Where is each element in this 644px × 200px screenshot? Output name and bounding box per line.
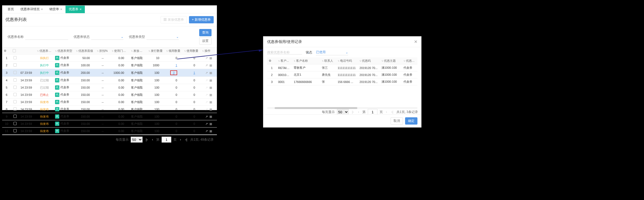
per-page-select[interactable]: 50 — [337, 109, 349, 115]
share-icon[interactable]: ↗ — [205, 64, 208, 67]
tab-sales-order[interactable]: 销货单✕ — [46, 6, 66, 13]
column-header[interactable]: ⇅优惠主题 — [380, 57, 402, 64]
share-icon[interactable]: ↗ — [205, 129, 208, 133]
confirm-button[interactable]: 确定 — [405, 117, 417, 125]
claim-count-cell[interactable]: 0 — [165, 120, 183, 128]
table-row[interactable]: 11 14 23:59 待发布 代代金券 150.00 -- 0.00 客户领取… — [2, 128, 217, 135]
row-checkbox[interactable] — [13, 93, 17, 96]
status-filter-select[interactable]: 已使用⌄ — [316, 49, 348, 55]
prev-page-button[interactable]: ‹ — [151, 138, 154, 141]
column-header[interactable]: ⇅操作 — [201, 48, 217, 54]
per-page-select[interactable]: 50 — [131, 137, 143, 143]
select-all-checkbox[interactable] — [13, 49, 16, 52]
row-checkbox[interactable] — [13, 56, 17, 59]
column-header[interactable]: ⇅使用门槛... — [110, 48, 129, 54]
claim-count-cell[interactable]: 3 — [165, 69, 183, 77]
share-icon[interactable]: ↗ — [205, 122, 208, 125]
column-header[interactable] — [19, 48, 35, 54]
prev-page-button[interactable]: ‹ — [357, 110, 360, 114]
qrcode-icon[interactable]: ▦ — [209, 86, 212, 89]
column-header[interactable]: ⇅联系人 — [320, 57, 336, 64]
column-header[interactable]: ⇅优惠券状态 — [35, 48, 53, 54]
use-count-cell[interactable]: 0 — [183, 120, 201, 128]
tab-coupon-detail[interactable]: 优惠券详情页✕ — [17, 6, 46, 13]
row-checkbox[interactable] — [13, 86, 17, 89]
column-header[interactable]: ⇅折扣% — [95, 48, 110, 54]
use-count-cell[interactable]: 0 — [183, 99, 201, 106]
column-header[interactable]: ⇅优惠券面值 — [74, 48, 95, 54]
qrcode-icon[interactable]: ▦ — [209, 64, 212, 67]
column-header[interactable]: ⇅发行数量 — [147, 48, 165, 54]
claim-count-cell[interactable]: 0 — [165, 99, 183, 106]
row-checkbox[interactable] — [13, 78, 17, 82]
row-checkbox[interactable] — [13, 71, 17, 74]
share-icon[interactable]: ↗ — [205, 93, 208, 96]
row-checkbox[interactable] — [13, 115, 17, 118]
use-count-cell[interactable]: 0 — [183, 84, 201, 91]
share-icon[interactable]: ↗ — [205, 56, 208, 60]
table-row[interactable]: 4 14 23:59 已过期 代代金券 150.00 -- 0.00 客户领取 … — [2, 77, 217, 84]
first-page-button[interactable]: |‹ — [145, 138, 149, 141]
last-page-button[interactable]: ›| — [184, 138, 188, 141]
table-row[interactable]: 5 14 23:59 已过期 代代金券 150.00 -- 0.00 客户领取 … — [2, 84, 217, 91]
add-coupon-button[interactable]: + 新增优惠券 — [189, 16, 214, 23]
cancel-button[interactable]: 取消 — [391, 117, 403, 125]
filter-type-select[interactable]: ⌄ — [147, 34, 179, 40]
use-count-cell[interactable]: 0 — [183, 54, 201, 62]
share-icon[interactable]: ↗ — [205, 79, 208, 82]
column-header[interactable]: ⚙ — [2, 48, 11, 54]
row-checkbox[interactable] — [13, 129, 17, 132]
table-row[interactable]: 10 14 23:59 待发布 代代金券 150.00 -- 0.00 客户领取… — [2, 120, 217, 128]
filter-name-input[interactable] — [25, 34, 68, 40]
use-count-cell[interactable]: 0 — [183, 62, 201, 69]
row-checkbox[interactable] — [13, 107, 17, 111]
column-header[interactable]: ⇅电话号码 — [336, 57, 358, 64]
close-icon[interactable]: ✕ — [79, 8, 82, 11]
use-count-cell[interactable]: 0 — [183, 113, 201, 120]
claim-count-cell[interactable]: 0 — [165, 128, 183, 135]
table-row[interactable]: 9 14 23:59 待发布 代代金券 150.00 -- 0.00 客户领取 … — [2, 113, 217, 120]
use-count-cell[interactable]: 0 — [183, 106, 201, 113]
column-header[interactable]: ⚙ — [267, 57, 276, 64]
table-row[interactable]: 3000117666666666张156 6666 ...2019120 70.… — [267, 78, 417, 85]
filter-status-select[interactable]: ⌄ — [91, 34, 123, 40]
qrcode-icon[interactable]: ▦ — [209, 56, 212, 60]
claim-count-cell[interactable]: 0 — [165, 54, 183, 62]
claim-count-cell[interactable]: 1 — [165, 62, 183, 69]
page-input[interactable] — [162, 137, 171, 143]
table-row[interactable]: 3 07 23:59 执行中 代代金券 200.00 -- 1000.00 客户… — [2, 69, 217, 77]
search-input[interactable]: ⌕ — [267, 50, 302, 54]
claim-count-cell[interactable]: 0 — [165, 91, 183, 99]
column-header[interactable]: ⇅领用数量 — [165, 48, 183, 54]
column-header[interactable]: ⇅使用数量 — [183, 48, 201, 54]
column-header[interactable]: ⇅客户... — [276, 57, 292, 64]
page-input[interactable] — [368, 109, 377, 115]
qrcode-icon[interactable]: ▦ — [209, 122, 212, 125]
share-icon[interactable]: ↗ — [205, 100, 208, 104]
tab-coupon[interactable]: 优惠券✕ — [66, 6, 85, 13]
claim-count-cell[interactable]: 0 — [165, 106, 183, 113]
row-checkbox[interactable] — [13, 100, 17, 103]
table-row[interactable]: 200010001北京1唐先生111111111112019120 70...满… — [267, 71, 417, 78]
qrcode-icon[interactable]: ▦ — [209, 129, 212, 133]
table-row[interactable]: 1 待执行 代代金券 50.00 -- 0.00 客户领取 10 0 0 ↗▦ — [2, 54, 217, 62]
share-icon[interactable]: ↗ — [205, 108, 208, 111]
use-count-cell[interactable]: 0 — [183, 91, 201, 99]
settings-button[interactable]: 设置 — [199, 37, 212, 45]
close-icon[interactable]: ✕ — [60, 8, 62, 11]
first-page-button[interactable]: |‹ — [351, 110, 355, 114]
tab-home[interactable]: 首页 — [4, 6, 17, 13]
claim-count-cell[interactable]: 0 — [165, 113, 183, 120]
table-row[interactable]: 6 14 23:59 已终止 代代金券 150.00 -- 0.00 客户领取 … — [2, 91, 217, 99]
row-checkbox[interactable] — [13, 63, 17, 67]
column-header[interactable]: ⇅发放方式 — [129, 48, 147, 54]
last-page-button[interactable]: ›| — [390, 110, 394, 114]
column-header[interactable]: ⇅优惠码 — [358, 57, 380, 64]
claim-count-cell[interactable]: 0 — [165, 84, 183, 91]
qrcode-icon[interactable]: ▦ — [209, 100, 212, 104]
share-icon[interactable]: ↗ — [205, 115, 208, 118]
row-checkbox[interactable] — [13, 122, 17, 125]
table-row[interactable]: 8 14 23:59 待发布 代代金券 150.00 -- 0.00 客户领取 … — [2, 106, 217, 113]
qrcode-icon[interactable]: ▦ — [209, 108, 212, 111]
column-header[interactable] — [11, 48, 19, 54]
